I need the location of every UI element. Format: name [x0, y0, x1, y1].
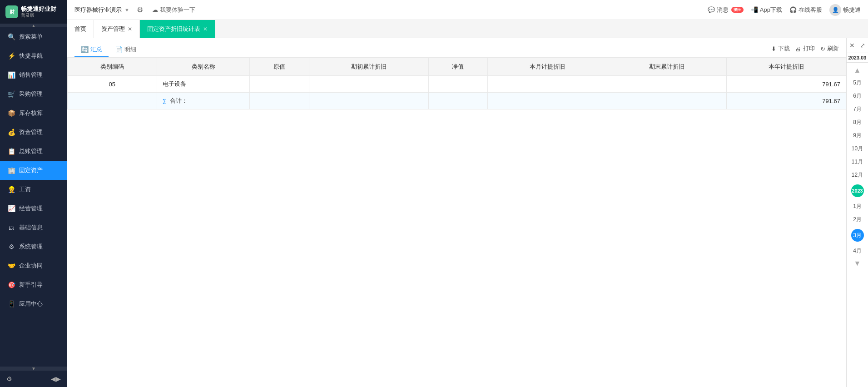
sidebar-item-salary[interactable]: 👷 工资 [0, 180, 67, 199]
month-item-2[interactable]: 2月 [847, 213, 868, 226]
content-main: 🔄 汇总 📄 明细 ⬇ 下载 🖨 打印 [67, 38, 846, 387]
logo-icon: 财 [5, 5, 18, 18]
download-label: 下载 [778, 45, 790, 53]
summary-icon: 🔄 [81, 46, 89, 53]
tab-depreciation-label: 固定资产折旧统计表 [147, 25, 200, 33]
download-btn[interactable]: ⬇ 下载 [771, 45, 790, 53]
th-period-end: 期末累计折旧 [607, 58, 726, 76]
topbar-right: 💬 消息 99+ 📲 App下载 🎧 在线客服 👤 畅捷通 [708, 4, 861, 16]
panel-expand-icon[interactable]: ⤢ [860, 42, 865, 49]
experience-label: 我要体验一下 [160, 6, 195, 14]
online-service-btn[interactable]: 🎧 在线客服 [789, 6, 822, 14]
main-area: 医疗器械行业演示 ▼ ⚙ ☁ 我要体验一下 💬 消息 99+ 📲 App下载 🎧… [67, 0, 868, 387]
salary-icon: 👷 [7, 186, 15, 193]
settings-bottom-icon[interactable]: ⚙ [6, 375, 12, 382]
app-download-btn[interactable]: 📲 App下载 [751, 6, 782, 14]
tab-home[interactable]: 首页 [67, 20, 94, 38]
month-item-9[interactable]: 9月 [847, 129, 868, 142]
month-item-1[interactable]: 1月 [847, 200, 868, 213]
sidebar-bottom: ⚙ ◀▶ [0, 370, 67, 387]
year-badge-row: 2023 [847, 182, 868, 200]
tab-asset-mgmt-close[interactable]: ✕ [128, 26, 132, 32]
total-label: ∑ 合计： [157, 93, 250, 109]
sidebar-item-ledger[interactable]: 📋 总账管理 [0, 142, 67, 161]
total-initial-acc [309, 93, 428, 109]
table-row: 05 电子设备 791.67 [68, 76, 846, 93]
panel-year-label: 2023.03 [847, 53, 868, 63]
tab-depreciation-close[interactable]: ✕ [203, 26, 208, 32]
sidebar-item-system[interactable]: ⚙ 系统管理 [0, 237, 67, 256]
online-service-label: 在线客服 [799, 6, 822, 14]
sidebar-item-sales[interactable]: 📊 销售管理 [0, 65, 67, 84]
month-item-10[interactable]: 10月 [847, 142, 868, 155]
sidebar-item-appstore[interactable]: 📱 应用中心 [0, 294, 67, 313]
sub-tab-detail[interactable]: 📄 明细 [109, 43, 143, 57]
sidebar-item-search[interactable]: 🔍 搜索菜单 [0, 27, 67, 46]
avatar: 👤 [829, 4, 841, 16]
month-item-5[interactable]: 5月 [847, 76, 868, 89]
user-btn[interactable]: 👤 畅捷通 [829, 4, 861, 16]
tab-depreciation[interactable]: 固定资产折旧统计表 ✕ [140, 20, 215, 38]
message-label: 消息 [717, 6, 729, 14]
total-empty [68, 93, 157, 109]
sidebar-item-inventory[interactable]: 📦 库存核算 [0, 104, 67, 123]
refresh-icon: ↻ [820, 45, 825, 52]
app-download-label: App下载 [760, 6, 782, 14]
sidebar-scroll-down[interactable]: ▼ [0, 367, 67, 370]
sidebar-item-label: 应用中心 [19, 300, 43, 308]
logo-name: 畅捷通好业财 [21, 5, 56, 13]
row-net [428, 76, 487, 93]
experience-btn[interactable]: ☁ 我要体验一下 [152, 6, 195, 14]
message-btn[interactable]: 💬 消息 99+ [708, 6, 744, 14]
sidebar-item-label: 销售管理 [19, 71, 43, 79]
sidebar-scroll-up[interactable]: ▲ [0, 24, 67, 27]
sidebar: 财 畅捷通好业财 普及版 ▲ 🔍 搜索菜单 ⚡ 快捷导航 📊 销售管理 🛒 采购… [0, 0, 67, 387]
search-icon: 🔍 [7, 33, 15, 40]
panel-close-icon[interactable]: ✕ [849, 42, 855, 49]
sidebar-item-operation[interactable]: 📈 经营管理 [0, 199, 67, 218]
sub-tab-summary[interactable]: 🔄 汇总 [74, 43, 109, 57]
sidebar-item-fund[interactable]: 💰 资金管理 [0, 123, 67, 142]
inventory-icon: 📦 [7, 109, 15, 117]
th-net: 净值 [428, 58, 487, 76]
month-item-12[interactable]: 12月 [847, 169, 868, 182]
sidebar-item-purchase[interactable]: 🛒 采购管理 [0, 84, 67, 104]
logo-sub: 普及版 [21, 13, 56, 18]
toolbar-actions: ⬇ 下载 🖨 打印 ↻ 刷新 [771, 45, 839, 55]
topbar-settings-icon[interactable]: ⚙ [137, 5, 143, 14]
month-item-6[interactable]: 6月 [847, 89, 868, 103]
sum-icon: ∑ [163, 98, 167, 104]
fund-icon: 💰 [7, 129, 15, 136]
month-item-11[interactable]: 11月 [847, 155, 868, 169]
refresh-btn[interactable]: ↻ 刷新 [820, 45, 839, 53]
collapse-icon[interactable]: ◀▶ [51, 375, 61, 382]
year-badge[interactable]: 2023 [851, 184, 864, 197]
guide-icon: 🎯 [7, 281, 15, 288]
sidebar-item-fixedasset[interactable]: 🏢 固定资产 [0, 161, 67, 180]
sidebar-item-basic[interactable]: 🗂 基础信息 [0, 218, 67, 237]
month-item-7[interactable]: 7月 [847, 103, 868, 116]
sidebar-item-collab[interactable]: 🤝 企业协同 [0, 256, 67, 275]
row-code: 05 [68, 76, 157, 93]
company-selector[interactable]: 医疗器械行业演示 ▼ [74, 6, 129, 14]
total-original [250, 93, 309, 109]
sidebar-item-guide[interactable]: 🎯 新手引导 [0, 275, 67, 294]
month-item-3-active[interactable]: 3月 [851, 229, 864, 242]
panel-nav-up[interactable]: ▲ [847, 64, 868, 76]
month-item-4[interactable]: 4月 [847, 244, 868, 258]
download-icon: ⬇ [771, 45, 776, 52]
total-net [428, 93, 487, 109]
purchase-icon: 🛒 [7, 90, 15, 98]
table-total-row: ∑ 合计： 791.67 [68, 93, 846, 109]
app-logo: 财 畅捷通好业财 普及版 [0, 0, 67, 24]
panel-nav-down[interactable]: ▼ [847, 258, 868, 269]
company-arrow-icon: ▼ [124, 7, 129, 13]
th-name: 类别名称 [157, 58, 250, 76]
month-item-8[interactable]: 8月 [847, 116, 868, 129]
tab-asset-mgmt[interactable]: 资产管理 ✕ [94, 20, 140, 38]
total-period-end [607, 93, 726, 109]
sidebar-item-quicknav[interactable]: ⚡ 快捷导航 [0, 46, 67, 65]
print-btn[interactable]: 🖨 打印 [795, 45, 815, 53]
basic-icon: 🗂 [7, 224, 15, 231]
sidebar-item-label: 企业协同 [19, 262, 43, 270]
